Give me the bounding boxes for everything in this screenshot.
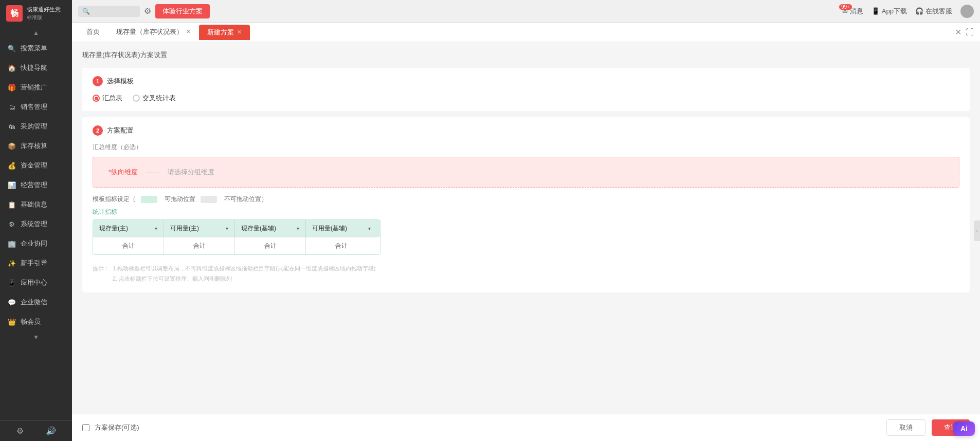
footer-bar: 方案保存(可选) 取消 查询 — [72, 414, 980, 441]
stats-section: 统计指标 现存量(主) ▾ 可用量(主) ▾ 现存量(基辅) — [93, 208, 959, 256]
tip-item-1: 提示： 2. 点击标题栏下拉可设置排序、插入列和删除列 — [93, 274, 959, 284]
dimension-placeholder: 请选择分组维度 — [168, 168, 214, 177]
draggable-indicator — [141, 196, 157, 203]
step1-title: 选择模板 — [107, 77, 134, 86]
chevron-down-icon-2: ▾ — [297, 226, 299, 231]
tab-inventory-status[interactable]: 现存量（库存状况表） ✕ — [108, 23, 199, 42]
app-download-button[interactable]: 📱 App下载 — [872, 7, 907, 16]
app-icon: 📱 — [872, 7, 880, 15]
step2-card: 2 方案配置 汇总维度（必选） *纵向维度 —— 请选择分组维度 模板指标设定（… — [82, 117, 970, 292]
radio-summary-label: 汇总表 — [102, 94, 122, 103]
sidebar-item-label: 资金管理 — [21, 161, 47, 170]
purchase-icon: 🛍 — [7, 122, 16, 131]
tip-text-0: 1.拖动标题栏可以调整布局，不可跨维度或指标区域拖动栏目字段(只能在同一维度或指… — [113, 264, 376, 274]
sidebar-item-label: 企业协同 — [21, 239, 47, 248]
non-draggable-label: 不可拖动位置） — [224, 195, 267, 204]
sidebar-item-new-guide[interactable]: ✨ 新手引导 — [0, 253, 72, 273]
step2-badge: 2 — [93, 125, 103, 136]
app-edition: 标准版 — [27, 14, 61, 21]
draggable-label: 可拖动位置 — [165, 195, 195, 204]
topbar-gear-icon[interactable]: ⚙ — [144, 6, 151, 16]
message-button[interactable]: ✉ 99+ 消息 — [842, 7, 863, 16]
sidebar-item-sales[interactable]: 🗂 销售管理 — [0, 97, 72, 117]
user-avatar[interactable] — [960, 5, 974, 18]
base-info-icon: 📋 — [7, 200, 16, 209]
tab-new-plan-close-icon[interactable]: ✕ — [237, 29, 242, 35]
tip-item-0: 提示： 1.拖动标题栏可以调整布局，不可跨维度或指标区域拖动栏目字段(只能在同一… — [93, 264, 959, 274]
sidebar-item-app-center[interactable]: 📱 应用中心 — [0, 273, 72, 292]
trial-button[interactable]: 体验行业方案 — [155, 4, 210, 19]
dimension-box[interactable]: *纵向维度 —— 请选择分组维度 — [93, 157, 959, 188]
member-icon: 👑 — [7, 317, 16, 326]
inventory-icon: 📦 — [7, 141, 16, 151]
volume-icon[interactable]: 🔊 — [46, 426, 56, 436]
sidebar-item-label: 新手引导 — [21, 259, 47, 268]
step2-header: 2 方案配置 — [93, 125, 959, 136]
step1-header: 1 选择模板 — [93, 76, 959, 86]
search-menu-icon: 🔍 — [7, 44, 16, 53]
topbar-search: 🔍 — [78, 6, 140, 17]
wechat-icon: 💬 — [7, 298, 16, 307]
system-icon: ⚙ — [7, 219, 16, 229]
sidebar-item-finance[interactable]: 💰 资金管理 — [0, 156, 72, 175]
sidebar-item-quick-nav[interactable]: 🏠 快捷导航 — [0, 58, 72, 78]
tab-inventory-close-icon[interactable]: ✕ — [186, 28, 191, 35]
stats-body-cell-2: 合计 — [235, 237, 306, 254]
stats-header-cell-3[interactable]: 可用量(基辅) ▾ — [306, 220, 377, 237]
save-label: 方案保存(可选) — [95, 423, 139, 432]
stats-header-cell-2[interactable]: 现存量(基辅) ▾ — [235, 220, 306, 237]
sidebar: 畅 畅康通好生意 标准版 ▲ 🔍 搜索菜单 🏠 快捷导航 🎁 营销推广 🗂 销售… — [0, 0, 72, 441]
tab-close-icon[interactable]: ✕ — [955, 27, 961, 37]
ai-badge[interactable]: Ai — [953, 421, 975, 436]
indicator-settings-label: 模板指标设定（ — [93, 195, 136, 204]
radio-cross-label: 交叉统计表 — [142, 94, 176, 103]
message-label: 消息 — [850, 7, 863, 16]
headset-icon: 🎧 — [915, 7, 923, 15]
sidebar-item-label: 应用中心 — [21, 278, 47, 287]
cancel-button[interactable]: 取消 — [886, 419, 925, 436]
indicator-settings: 模板指标设定（ 可拖动位置 不可拖动位置） — [93, 195, 959, 204]
content-area: 现存量(库存状况表)方案设置 1 选择模板 汇总表 交叉统计表 — [72, 42, 980, 414]
expand-icon: › — [976, 228, 977, 234]
stats-header-cell-1[interactable]: 可用量(主) ▾ — [164, 220, 235, 237]
finance-icon: 💰 — [7, 161, 16, 170]
sidebar-item-inventory[interactable]: 📦 库存核算 — [0, 136, 72, 156]
sidebar-logo: 畅 畅康通好生意 标准版 — [0, 0, 72, 27]
scroll-down-indicator: ▼ — [0, 332, 72, 343]
radio-cross[interactable]: 交叉统计表 — [133, 94, 176, 103]
online-service-label: 在线客服 — [925, 7, 952, 16]
sidebar-item-operations[interactable]: 📊 经营管理 — [0, 175, 72, 195]
chevron-down-icon-0: ▾ — [155, 226, 157, 231]
sidebar-item-purchase[interactable]: 🛍 采购管理 — [0, 117, 72, 136]
tab-home[interactable]: 首页 — [78, 23, 108, 42]
enterprise-icon: 🏢 — [7, 239, 16, 248]
search-icon-topbar: 🔍 — [82, 8, 90, 15]
tab-new-plan[interactable]: 新建方案 ✕ — [199, 25, 250, 40]
sidebar-item-marketing[interactable]: 🎁 营销推广 — [0, 78, 72, 97]
app-download-label: App下载 — [882, 7, 907, 16]
quick-nav-icon: 🏠 — [7, 63, 16, 72]
stats-header-cell-0[interactable]: 现存量(主) ▾ — [93, 220, 164, 237]
radio-inner-summary — [95, 97, 98, 100]
page-title: 现存量(库存状况表)方案设置 — [82, 50, 970, 60]
stats-body-cell-3: 合计 — [306, 237, 377, 254]
sidebar-item-search-menu[interactable]: 🔍 搜索菜单 — [0, 39, 72, 58]
sidebar-item-member[interactable]: 👑 畅会员 — [0, 312, 72, 332]
stats-body-cell-0: 合计 — [93, 237, 164, 254]
save-checkbox[interactable] — [82, 424, 89, 431]
template-options: 汇总表 交叉统计表 — [93, 94, 959, 103]
right-expand-handle[interactable]: › — [974, 220, 980, 241]
sidebar-item-wechat[interactable]: 💬 企业微信 — [0, 292, 72, 312]
sidebar-item-label: 企业微信 — [21, 298, 47, 307]
online-service-button[interactable]: 🎧 在线客服 — [915, 7, 952, 16]
sidebar-item-system[interactable]: ⚙ 系统管理 — [0, 214, 72, 234]
sidebar-item-base-info[interactable]: 📋 基础信息 — [0, 195, 72, 214]
tab-expand-icon[interactable]: ⛶ — [966, 28, 974, 37]
sidebar-bottom: ⚙ 🔊 — [0, 420, 72, 441]
app-center-icon: 📱 — [7, 278, 16, 287]
settings-icon[interactable]: ⚙ — [16, 426, 24, 436]
step1-card: 1 选择模板 汇总表 交叉统计表 — [82, 68, 970, 111]
sidebar-item-label: 采购管理 — [21, 122, 47, 131]
radio-summary[interactable]: 汇总表 — [93, 94, 122, 103]
sidebar-item-enterprise[interactable]: 🏢 企业协同 — [0, 234, 72, 253]
